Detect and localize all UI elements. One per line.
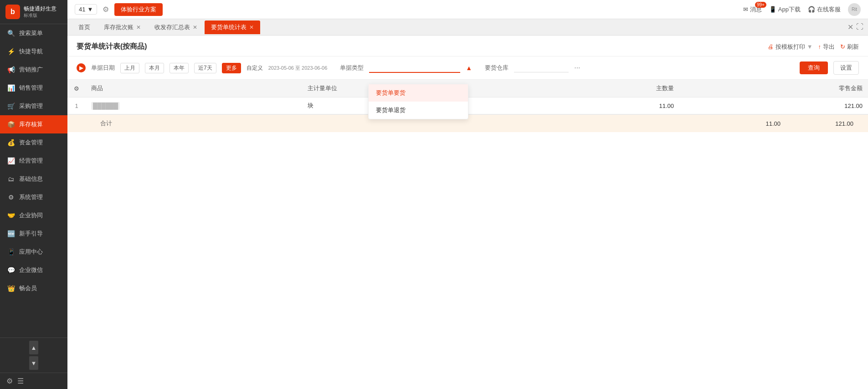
sidebar-item-marketing[interactable]: 📢营销推广 [0, 61, 67, 79]
tabs-bar-right: ✕ ⛶ [847, 23, 863, 31]
dropdown-item-order[interactable]: 要货单要货 [369, 84, 468, 102]
settings-icon[interactable]: ⚙ [6, 377, 13, 385]
col-amount-header: 零售金额 [679, 80, 868, 97]
sidebar-bottom: ⚙ ☰ [0, 373, 67, 389]
tab-home[interactable]: 首页 [72, 20, 97, 34]
sidebar-item-wechat[interactable]: 💬企业微信 [0, 261, 67, 279]
sidebar-item-sales[interactable]: 📊销售管理 [0, 79, 67, 97]
tab-close-order_stat[interactable]: ✕ [249, 24, 254, 31]
main-area: 41 ▼ ⚙ 体验行业方案 ✉ 消息 99+ 📱 App下载 🎧 在线客服 Ri… [67, 0, 868, 389]
sidebar-item-search[interactable]: 🔍搜索菜单 [0, 24, 67, 42]
sidebar-item-vip[interactable]: 👑畅会员 [0, 279, 67, 297]
sidebar-item-purchase[interactable]: 🛒采购管理 [0, 97, 67, 115]
sidebar-scroll-area: ▲ ▼ [0, 338, 67, 373]
sidebar-item-enterprise[interactable]: 🤝企业协同 [0, 206, 67, 225]
export-btn[interactable]: ↑ 导出 [818, 43, 835, 51]
selector-chevron-icon: ▼ [87, 6, 93, 13]
settings-btn[interactable]: 设置 [833, 61, 859, 75]
filter-bar: ▶ 单据日期 上月 本月 本年 近7天 更多 自定义 2023-05-06 至 … [67, 56, 868, 80]
app-logo-icon: b [5, 5, 20, 19]
tab-expand-icon[interactable]: ⛶ [856, 23, 863, 31]
type-dropdown-arrow[interactable]: ▲ [466, 64, 472, 72]
type-label: 单据类型 [340, 64, 364, 72]
sidebar-item-label-apps: 应用中心 [19, 248, 43, 256]
tabs-container: 首页库存批次账✕收发存汇总表✕要货单统计表✕ [72, 20, 260, 34]
marketing-icon: 📢 [6, 65, 15, 74]
more-date-btn[interactable]: 更多 [222, 63, 241, 73]
sidebar-logo: b 畅捷通好生意 标准版 [0, 0, 67, 24]
system-icon: ⚙ [6, 193, 15, 202]
this-month-btn[interactable]: 本月 [145, 63, 164, 73]
sidebar-item-label-sales: 销售管理 [19, 84, 43, 92]
this-year-btn[interactable]: 本年 [169, 63, 189, 73]
sidebar-item-label-enterprise: 企业协同 [19, 211, 43, 220]
sidebar-item-label-marketing: 营销推广 [19, 66, 43, 74]
page-header-actions: 🖨 按模板打印 ▼ ↑ 导出 ↻ 刷新 [768, 43, 859, 51]
messages-btn[interactable]: ✉ 消息 99+ [743, 5, 762, 14]
guide-icon: 🆕 [6, 229, 15, 238]
custom-date-btn[interactable]: 自定义 [247, 64, 263, 72]
tab-close-all-icon[interactable]: ✕ [847, 23, 853, 31]
sidebar-item-finance[interactable]: 💰资金管理 [0, 133, 67, 152]
sidebar: b 畅捷通好生意 标准版 🔍搜索菜单⚡快捷导航📢营销推广📊销售管理🛒采购管理📦库… [0, 0, 67, 389]
sidebar-item-guide[interactable]: 🆕新手引导 [0, 225, 67, 243]
col-product-header: 商品 [86, 80, 302, 97]
sidebar-item-operations[interactable]: 📈经营管理 [0, 152, 67, 170]
tab-label-order_stat: 要货单统计表 [211, 23, 247, 31]
type-input[interactable] [369, 63, 460, 73]
warehouse-input[interactable] [514, 63, 569, 72]
avatar[interactable]: Rit [848, 3, 861, 16]
headset-icon: 🎧 [808, 6, 815, 13]
sidebar-scroll-down[interactable]: ▼ [29, 356, 38, 370]
app-download-btn[interactable]: 📱 App下载 [769, 5, 801, 14]
topbar-settings-icon[interactable]: ⚙ [103, 5, 109, 14]
tab-close-summary[interactable]: ✕ [193, 24, 197, 31]
tab-label-summary: 收发存汇总表 [154, 23, 190, 31]
menu-collapse-icon[interactable]: ☰ [17, 377, 24, 385]
sidebar-item-quicknav[interactable]: ⚡快捷导航 [0, 42, 67, 61]
sidebar-scroll-up[interactable]: ▲ [29, 341, 38, 354]
tab-close-batch[interactable]: ✕ [136, 24, 141, 31]
total-amount: 121.00 [817, 120, 853, 127]
col-qty-header: 主数量 [523, 80, 679, 97]
tab-order_stat[interactable]: 要货单统计表✕ [205, 20, 260, 34]
row-product-0: ██████ [86, 97, 302, 114]
company-selector[interactable]: 41 ▼ [75, 4, 97, 15]
print-btn[interactable]: 🖨 按模板打印 ▼ [768, 43, 813, 51]
operations-icon: 📈 [6, 156, 15, 165]
service-btn[interactable]: 🎧 在线客服 [808, 5, 841, 14]
sidebar-nav: 🔍搜索菜单⚡快捷导航📢营销推广📊销售管理🛒采购管理📦库存核算💰资金管理📈经营管理… [0, 24, 67, 338]
filter-expand-btn[interactable]: ▶ [77, 63, 86, 72]
last-7-days-btn[interactable]: 近7天 [194, 63, 216, 73]
download-icon: 📱 [769, 6, 776, 13]
sidebar-item-label-search: 搜索菜单 [19, 29, 43, 37]
enterprise-icon: 🤝 [6, 211, 15, 220]
dropdown-item-return[interactable]: 要货单退货 [369, 102, 468, 119]
row-amount-0: 121.00 [679, 97, 868, 114]
refresh-btn[interactable]: ↻ 刷新 [840, 43, 859, 51]
row-qty-0: 11.00 [523, 97, 679, 114]
sidebar-item-basic[interactable]: 🗂基础信息 [0, 170, 67, 188]
col-settings-header: ⚙ [67, 80, 86, 97]
page-header: 要货单统计表(按商品) 🖨 按模板打印 ▼ ↑ 导出 ↻ 刷新 [67, 36, 868, 56]
filter-more-icon[interactable]: ··· [574, 64, 580, 72]
tabs-bar: 首页库存批次账✕收发存汇总表✕要货单统计表✕ ✕ ⛶ [67, 19, 868, 36]
query-btn[interactable]: 查询 [800, 61, 828, 74]
finance-icon: 💰 [6, 138, 15, 147]
refresh-icon: ↻ [840, 43, 845, 50]
message-icon: ✉ [743, 6, 748, 13]
print-icon: 🖨 [768, 43, 774, 50]
sidebar-item-apps[interactable]: 📱应用中心 [0, 243, 67, 261]
tab-batch[interactable]: 库存批次账✕ [98, 20, 147, 34]
tab-summary[interactable]: 收发存汇总表✕ [148, 20, 204, 34]
trial-btn[interactable]: 体验行业方案 [114, 3, 163, 16]
sidebar-item-label-purchase: 采购管理 [19, 102, 43, 110]
sidebar-item-label-basic: 基础信息 [19, 175, 43, 183]
sidebar-item-label-vip: 畅会员 [19, 284, 37, 292]
sales-icon: 📊 [6, 83, 15, 92]
total-label: 合计 [73, 119, 112, 128]
tab-label-batch: 库存批次账 [104, 23, 134, 31]
sidebar-item-system[interactable]: ⚙系统管理 [0, 188, 67, 206]
sidebar-item-inventory[interactable]: 📦库存核算 [0, 115, 67, 133]
last-month-btn[interactable]: 上月 [120, 63, 139, 73]
